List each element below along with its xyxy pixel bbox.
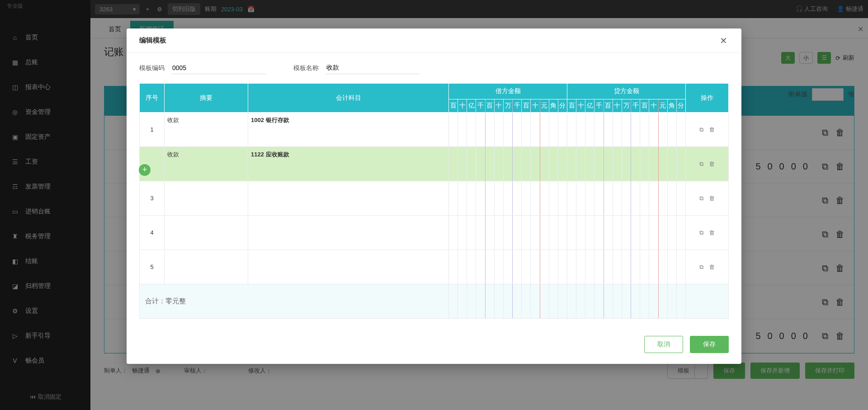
cell-summary[interactable] xyxy=(165,250,248,284)
cell-summary[interactable] xyxy=(165,216,248,250)
digit-header: 十 xyxy=(576,99,585,112)
digit-header: 千 xyxy=(476,99,485,112)
cell-seq: 4 xyxy=(140,216,165,250)
cell-debit[interactable] xyxy=(449,147,567,181)
cell-credit[interactable] xyxy=(567,113,686,147)
modal-title: 编辑模板 xyxy=(139,36,166,45)
cell-ops: ⧉ 🗑 xyxy=(686,113,729,147)
copy-icon[interactable]: ⧉ xyxy=(699,160,703,168)
cell-ops: ⧉ 🗑 xyxy=(686,216,729,250)
add-row-button[interactable]: + xyxy=(139,164,151,176)
copy-icon[interactable]: ⧉ xyxy=(699,126,703,133)
table-row[interactable]: 4 ⧉ 🗑 xyxy=(140,216,729,250)
table-row[interactable]: 5 ⧉ 🗑 xyxy=(140,250,729,284)
table-row[interactable]: + 收款 1122 应收账款 ⧉ 🗑 xyxy=(140,147,729,181)
cell-credit[interactable] xyxy=(567,216,686,250)
table-row[interactable]: 1 收款 1002 银行存款 ⧉ 🗑 xyxy=(140,113,729,147)
digit-header: 万 xyxy=(504,99,513,112)
digit-header: 千 xyxy=(513,99,522,112)
cell-seq: + xyxy=(140,147,165,181)
delete-icon[interactable]: 🗑 xyxy=(709,160,715,168)
cell-credit[interactable] xyxy=(567,181,686,216)
th-seq: 序号 xyxy=(140,84,165,113)
cell-account[interactable] xyxy=(248,250,449,284)
cell-credit[interactable] xyxy=(567,147,686,181)
digit-header: 百 xyxy=(522,99,531,112)
delete-icon[interactable]: 🗑 xyxy=(709,229,715,236)
cell-ops: ⧉ 🗑 xyxy=(686,250,729,284)
th-credit: 贷方金额 xyxy=(567,84,686,99)
digit-header: 千 xyxy=(631,99,640,112)
cell-ops: ⧉ 🗑 xyxy=(686,181,729,216)
table-row[interactable]: 3 ⧉ 🗑 xyxy=(140,181,729,216)
cell-account[interactable]: 1122 应收账款 xyxy=(248,147,449,181)
cell-seq: 3 xyxy=(140,181,165,216)
cell-debit[interactable] xyxy=(449,250,567,284)
digit-header: 元 xyxy=(659,99,668,112)
th-ops: 操作 xyxy=(686,84,729,113)
delete-icon[interactable]: 🗑 xyxy=(709,195,715,202)
cell-seq: 1 xyxy=(140,113,165,147)
digit-header: 分 xyxy=(677,99,685,112)
cell-account[interactable]: 1002 银行存款 xyxy=(248,113,449,147)
delete-icon[interactable]: 🗑 xyxy=(709,126,715,133)
digit-header: 百 xyxy=(486,99,495,112)
totals-label: 合计：零元整 xyxy=(140,284,449,319)
digit-header: 角 xyxy=(549,99,558,112)
edit-template-modal: 编辑模板 ✕ 模板编码 模板名称 序号 摘要 会计科目 借方金额 贷方金额 xyxy=(127,28,741,364)
digit-header: 百 xyxy=(604,99,613,112)
template-name-label: 模板名称 xyxy=(293,64,319,72)
digit-header: 分 xyxy=(558,99,567,112)
digit-header: 元 xyxy=(540,99,549,112)
digit-header: 千 xyxy=(594,99,604,112)
cell-debit[interactable] xyxy=(449,113,567,147)
digit-header: 亿 xyxy=(585,99,594,112)
digit-header: 万 xyxy=(622,99,631,112)
digit-header: 十 xyxy=(531,99,540,112)
template-code-input[interactable] xyxy=(171,62,266,74)
template-grid: 序号 摘要 会计科目 借方金额 贷方金额 操作 百十亿千百十万千百十元角分 百十… xyxy=(139,83,729,319)
cell-account[interactable] xyxy=(248,216,449,250)
cell-debit[interactable] xyxy=(449,216,567,250)
totals-row: 合计：零元整 xyxy=(140,284,729,319)
cell-credit[interactable] xyxy=(567,250,686,284)
digit-header: 亿 xyxy=(467,99,476,112)
template-name-input[interactable] xyxy=(326,62,420,74)
digit-header: 十 xyxy=(495,99,504,112)
digit-header: 百 xyxy=(567,99,576,112)
cell-ops: ⧉ 🗑 xyxy=(686,147,729,181)
cell-seq: 5 xyxy=(140,250,165,284)
modal-cancel-button[interactable]: 取消 xyxy=(644,336,683,353)
cell-summary[interactable] xyxy=(165,181,248,216)
digit-header: 十 xyxy=(613,99,622,112)
th-debit: 借方金额 xyxy=(449,84,567,99)
modal-close-button[interactable]: ✕ xyxy=(718,35,729,46)
copy-icon[interactable]: ⧉ xyxy=(699,229,703,236)
cell-summary[interactable]: 收款 xyxy=(165,113,248,147)
template-code-label: 模板编码 xyxy=(139,64,165,72)
cell-summary[interactable]: 收款 xyxy=(165,147,248,181)
th-summary: 摘要 xyxy=(165,84,248,113)
cell-account[interactable] xyxy=(248,181,449,216)
th-account: 会计科目 xyxy=(248,84,449,113)
cell-debit[interactable] xyxy=(449,181,567,216)
modal-save-button[interactable]: 保存 xyxy=(690,336,729,353)
digit-header: 百 xyxy=(449,99,458,112)
copy-icon[interactable]: ⧉ xyxy=(699,264,703,271)
delete-icon[interactable]: 🗑 xyxy=(709,264,715,271)
copy-icon[interactable]: ⧉ xyxy=(699,195,703,202)
digit-header: 百 xyxy=(640,99,649,112)
digit-header: 十 xyxy=(458,99,467,112)
digit-header: 角 xyxy=(668,99,677,112)
digit-header: 十 xyxy=(649,99,658,112)
